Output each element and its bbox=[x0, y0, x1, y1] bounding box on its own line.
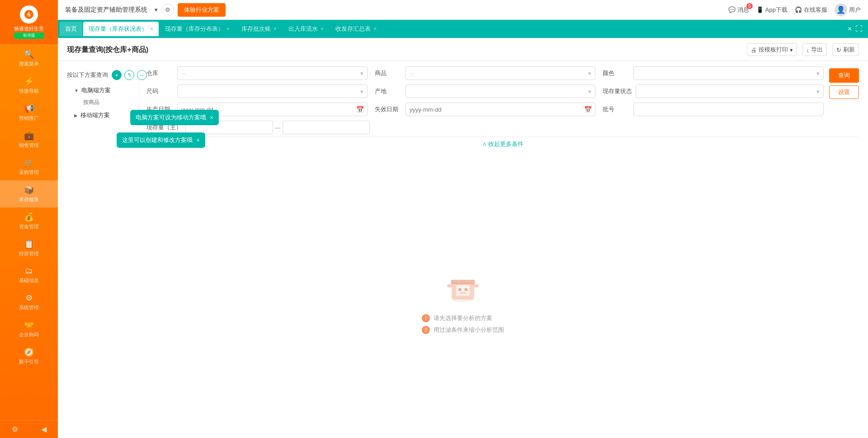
sidebar-item-label: 经营管理 bbox=[19, 250, 39, 257]
settings-button[interactable]: ⚙ bbox=[161, 4, 174, 16]
filter-right-top: 仓库 ··· ▾ 商品 ·· bbox=[146, 66, 859, 134]
query-button[interactable]: 查询 bbox=[829, 68, 859, 83]
sales-icon: 💼 bbox=[24, 131, 34, 141]
expire-date-label: 失效日期 bbox=[375, 105, 402, 113]
tab-close-icon[interactable]: × bbox=[373, 26, 377, 32]
print-button[interactable]: 🖨 按模板打印 ▾ bbox=[747, 43, 797, 56]
reset-button[interactable]: 设置 bbox=[829, 85, 859, 99]
expire-date-input[interactable] bbox=[406, 103, 596, 116]
scheme-group-mobile-header[interactable]: ▶ 移动端方案 bbox=[74, 109, 139, 121]
sidebar-item-quick-nav[interactable]: ⚡ 快捷导航 bbox=[0, 72, 58, 99]
quick-nav-icon: ⚡ bbox=[24, 76, 34, 86]
goods-select[interactable]: ··· ▾ bbox=[406, 66, 596, 80]
edit-scheme-button[interactable]: ✎ bbox=[124, 70, 134, 80]
scheme-item-goods[interactable]: 按商品 bbox=[74, 97, 139, 108]
chevron-down-icon: ▾ bbox=[155, 6, 158, 13]
sidebar-settings-button[interactable]: ⚙ bbox=[12, 425, 18, 433]
sidebar-collapse-button[interactable]: ◀ bbox=[41, 425, 47, 433]
tab-bar: 首页 现存量（库存状况表） × 现存量（库存分布表） × 库存批次账 × 出入库… bbox=[58, 20, 868, 38]
filter-row-origin: 产地 ▾ bbox=[375, 85, 596, 98]
header-left: 装备及固定资产辅助管理系统 ▾ ⚙ 体验行业方案 bbox=[65, 3, 226, 17]
sidebar: 6 畅通道好生意 标准版 🔍 搜索菜单 ⚡ 快捷导航 📢 营销推广 💼 销售管理… bbox=[0, 0, 58, 438]
sidebar-item-label: 系统管理 bbox=[19, 304, 39, 311]
sidebar-item-enterprise[interactable]: 🤝 企业协同 bbox=[0, 316, 58, 343]
filter-row-size: 尺码 ▾ bbox=[146, 85, 368, 98]
sidebar-item-system[interactable]: ⚙ 系统管理 bbox=[0, 288, 58, 316]
avatar: 👤 bbox=[835, 4, 847, 16]
collapse-conditions-button[interactable]: ∧ 收起更多条件 bbox=[146, 136, 859, 152]
app-download-action[interactable]: 📱 App下载 bbox=[756, 6, 788, 14]
scheme-group-pc: ▼ 电脑端方案 按商品 bbox=[74, 85, 139, 108]
message-icon: 💬 bbox=[728, 6, 736, 13]
sidebar-item-finance[interactable]: 💰 资金管理 bbox=[0, 207, 58, 235]
tab-inout-flow[interactable]: 出入库流水 × bbox=[283, 22, 329, 36]
filter-row-color: 颜色 ▾ bbox=[603, 66, 824, 80]
empty-tip-1: 1 请先选择要分析的方案 bbox=[422, 314, 504, 322]
chevron-down-icon: ▾ bbox=[588, 88, 591, 95]
tab-close-icon[interactable]: × bbox=[274, 26, 277, 32]
batch-no-label: 批号 bbox=[603, 105, 630, 113]
color-select[interactable]: ▾ bbox=[633, 66, 824, 80]
tab-close-all-button[interactable]: × bbox=[848, 25, 852, 33]
tooltip-create-scheme: 这里可以创建和修改方案哦 × bbox=[117, 132, 205, 148]
sidebar-item-purchase[interactable]: 🛒 采购管理 bbox=[0, 153, 58, 180]
refresh-button[interactable]: ↻ 刷新 bbox=[832, 43, 859, 56]
scheme-group-pc-header[interactable]: ▼ 电脑端方案 bbox=[74, 85, 139, 96]
svg-rect-5 bbox=[456, 285, 470, 295]
sidebar-item-label: 销售管理 bbox=[19, 142, 39, 149]
sidebar-item-sales[interactable]: 💼 销售管理 bbox=[0, 126, 58, 153]
tooltip2-close-button[interactable]: × bbox=[196, 137, 200, 144]
tab-inventory-status[interactable]: 现存量（库存状况表） × bbox=[83, 22, 159, 36]
chevron-down-icon: ▾ bbox=[816, 88, 820, 95]
stock-status-select[interactable]: ▾ bbox=[636, 85, 824, 98]
content-area: 现存量查询(按仓库+商品) 🖨 按模板打印 ▾ ↓ 导出 ↻ 刷新 bbox=[58, 38, 868, 438]
tab-inout-flow-label: 出入库流水 bbox=[288, 25, 318, 33]
export-button[interactable]: ↓ 导出 bbox=[802, 43, 827, 56]
sidebar-item-marketing[interactable]: 📢 营销推广 bbox=[0, 99, 58, 126]
logo-text: 畅通道好生意 标准版 bbox=[14, 25, 44, 39]
sidebar-item-operation[interactable]: 📋 经营管理 bbox=[0, 235, 58, 262]
svg-point-7 bbox=[464, 288, 467, 291]
message-action[interactable]: 💬 消息 6 bbox=[728, 6, 749, 14]
sidebar-item-search[interactable]: 🔍 搜索菜单 bbox=[0, 45, 58, 72]
stock-status-label: 现存量状态 bbox=[603, 87, 632, 95]
sidebar-item-label: 快捷导航 bbox=[19, 88, 39, 94]
tip-2-number: 2 bbox=[422, 326, 430, 334]
add-scheme-button[interactable]: + bbox=[112, 70, 122, 80]
tab-inventory-dist[interactable]: 现存量（库存分布表） × bbox=[160, 22, 235, 36]
tab-collect-summary[interactable]: 收发存汇总表 × bbox=[330, 22, 382, 36]
origin-select[interactable]: ▾ bbox=[406, 85, 596, 98]
guide-icon: 🧭 bbox=[24, 347, 34, 357]
user-action[interactable]: 👤 用户 bbox=[835, 4, 861, 16]
batch-no-input[interactable] bbox=[633, 103, 824, 116]
message-badge: 6 bbox=[746, 3, 753, 9]
service-icon: 🎧 bbox=[795, 6, 802, 13]
sidebar-item-inventory[interactable]: 📦 库存核算 bbox=[0, 180, 58, 207]
tab-batch-ledger[interactable]: 库存批次账 × bbox=[236, 22, 282, 36]
tab-close-icon[interactable]: × bbox=[150, 26, 153, 32]
refresh-icon: ↻ bbox=[836, 47, 841, 53]
sidebar-item-guide[interactable]: 🧭 新手引导 bbox=[0, 343, 58, 370]
industry-button[interactable]: 体验行业方案 bbox=[178, 3, 226, 17]
filter-header: 按以下方案查询 + ✎ ← bbox=[67, 70, 139, 80]
online-service-action[interactable]: 🎧 在线客服 bbox=[795, 6, 827, 14]
tab-home[interactable]: 首页 bbox=[60, 22, 82, 36]
tab-collect-summary-label: 收发存汇总表 bbox=[335, 25, 371, 33]
tip-2-text: 用过滤条件来缩小分析范围 bbox=[434, 326, 504, 334]
stock-qty-max-input[interactable] bbox=[283, 121, 370, 134]
sidebar-item-base-info[interactable]: 🗂 基础信息 bbox=[0, 262, 58, 288]
chevron-down-icon: ▾ bbox=[588, 70, 591, 77]
tab-close-icon[interactable]: × bbox=[321, 26, 324, 32]
tab-maximize-button[interactable]: ⛶ bbox=[855, 25, 863, 33]
goods-label: 商品 bbox=[375, 69, 402, 77]
tooltip1-close-button[interactable]: × bbox=[210, 114, 213, 121]
tab-inventory-status-label: 现存量（库存状况表） bbox=[89, 25, 147, 33]
filter-right: 仓库 ··· ▾ 商品 ·· bbox=[139, 66, 859, 152]
phone-icon: 📱 bbox=[756, 6, 764, 13]
tab-close-icon[interactable]: × bbox=[226, 26, 230, 32]
export-icon: ↓ bbox=[807, 47, 810, 53]
size-select[interactable]: ▾ bbox=[177, 85, 368, 98]
chevron-down-icon: ▾ bbox=[360, 88, 363, 95]
system-dropdown[interactable]: ▾ bbox=[155, 6, 158, 13]
warehouse-select[interactable]: ··· ▾ bbox=[177, 66, 368, 80]
